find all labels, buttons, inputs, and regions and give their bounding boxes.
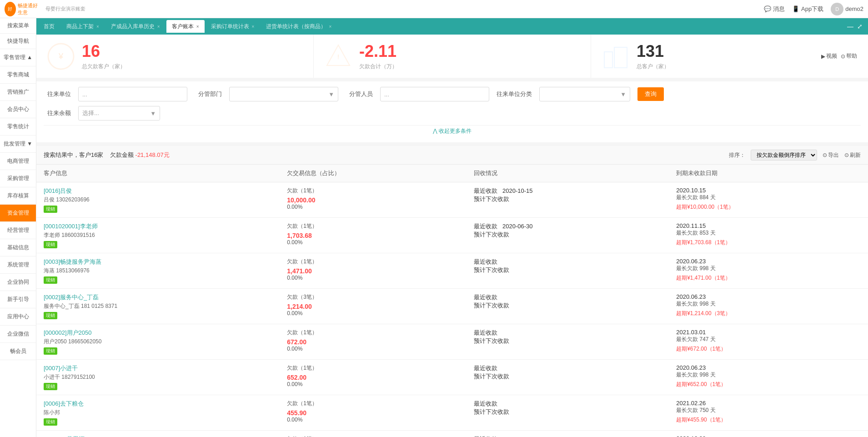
sidebar-item-retail-mgmt[interactable]: 零售管理 ▲ [0, 49, 36, 66]
tab-purchase-single[interactable]: 进货单统计表（按商品） × [261, 20, 337, 33]
sidebar-item-retail-mall[interactable]: 零售商城 [0, 66, 36, 84]
sidebar-quick-nav[interactable]: 快捷导航 [0, 34, 36, 49]
customer-name-2[interactable]: [0003]畅捷服务尹海蒸 [44, 258, 272, 266]
from-unit-input[interactable]: ... [78, 87, 187, 101]
svg-rect-5 [614, 47, 627, 68]
last-payment-1: 最近收款 2020-06-30 [474, 222, 662, 231]
debt-customers-value: 16 [82, 42, 125, 61]
customer-cell-0: [0016]吕俊 吕俊 13026203696 现销 [36, 182, 280, 218]
customer-name-5[interactable]: [0007]小进干 [44, 364, 272, 372]
close-tab-purchase-single[interactable]: × [329, 24, 331, 29]
video-link[interactable]: ▶ 视频 [821, 52, 837, 60]
max-days-2: 最长欠款 998 天 [676, 265, 861, 272]
due-date-4: 2021.03.01 [676, 329, 861, 336]
table-row: [0006]去下粮仓 陈小邦 现销 欠款（1笔） 455.90 0.00% 最近… [36, 395, 868, 431]
overdue-link-6[interactable]: 超期¥455.90（1笔） [676, 416, 861, 424]
customer-name-1[interactable]: [0001020001]李老师 [44, 222, 272, 231]
video-icon: ▶ [821, 53, 825, 60]
table-row: [0003]畅捷服务尹海蒸 海蒸 18513066976 现销 欠款（1笔） 1… [36, 253, 868, 289]
sidebar-item-system[interactable]: 系统管理 [0, 256, 36, 274]
last-payment-7: 最近收款 [474, 435, 662, 437]
close-tab-customer-account[interactable]: × [196, 24, 199, 29]
sidebar-item-enterprise[interactable]: 企业协同 [0, 274, 36, 291]
sidebar-item-purchase[interactable]: 采购管理 [0, 170, 36, 187]
recovery-cell-7: 最近收款 预计下次收款 [467, 431, 669, 437]
recovery-cell-0: 最近收款 2020-10-15 预计下次收款 [467, 182, 669, 218]
balance-select[interactable]: 选择... ▼ [78, 106, 160, 121]
recovery-cell-2: 最近收款 预计下次收款 [467, 253, 669, 289]
dept-select[interactable]: ▼ [229, 87, 338, 101]
user-profile[interactable]: D demo2 [831, 3, 863, 15]
due-date-cell-2: 2020.06.23 最长欠款 998 天 超期¥1,471.00（1笔） [669, 253, 868, 289]
sidebar-item-wholesale[interactable]: 批发管理 ▼ [0, 136, 36, 153]
stat-card-total-customers: 131 总客户（家） ▶ 视频 ⊙ 帮助 [591, 35, 868, 78]
tab-product-history[interactable]: 产成品入库单历史 × [105, 20, 166, 33]
debt-count-5: 欠款（1笔） [287, 364, 459, 372]
debt-count-0: 欠款（1笔） [287, 187, 459, 195]
debt-count-2: 欠款（1笔） [287, 258, 459, 266]
close-tab-product-history[interactable]: × [157, 24, 160, 29]
max-days-6: 最长欠款 750 天 [676, 407, 861, 414]
tab-purchase-stats[interactable]: 采购订单统计表 × [206, 20, 260, 33]
due-date-cell-1: 2020.11.15 最长欠款 853 天 超期¥1,703.68（1笔） [669, 218, 868, 253]
sidebar-item-newbie[interactable]: 新手引导 [0, 291, 36, 308]
sidebar-item-enterprise-wx[interactable]: 企业微信 [0, 326, 36, 343]
app-download-button[interactable]: 📱 App下载 [792, 5, 823, 13]
sidebar-item-inventory[interactable]: 库存核算 [0, 187, 36, 205]
debt-pct-6: 0.00% [287, 417, 459, 423]
customer-contact-3: 服务中心_丁磊 181 0125 8371 [44, 302, 272, 310]
customer-cell-2: [0003]畅捷服务尹海蒸 海蒸 18513066976 现销 [36, 253, 280, 289]
next-payment-1: 预计下次收款 [474, 231, 662, 239]
collapse-button[interactable]: ⋀ 收起更多条件 [44, 125, 861, 137]
customer-name-4[interactable]: [000002]用户2050 [44, 329, 272, 337]
overdue-link-0[interactable]: 超期¥10,000.00（1笔） [676, 203, 861, 211]
help-link[interactable]: ⊙ 帮助 [841, 52, 857, 60]
customer-name-0[interactable]: [0016]吕俊 [44, 187, 272, 195]
export-button[interactable]: ⊙ 导出 [823, 151, 839, 159]
sidebar-item-business[interactable]: 经营管理 [0, 222, 36, 239]
overdue-link-5[interactable]: 超期¥652.00（1笔） [676, 381, 861, 388]
maximize-window-icon[interactable]: ⤢ [857, 23, 863, 30]
sort-select[interactable]: 按欠款金额倒序排序 [751, 150, 817, 161]
tab-customer-account[interactable]: 客户账本 × [166, 20, 205, 33]
person-input[interactable]: ... [380, 87, 489, 101]
sidebar-item-member[interactable]: 会员中心 [0, 101, 36, 118]
sidebar-item-capital[interactable]: 资金管理 [0, 205, 36, 222]
from-unit-label: 往来单位 [44, 90, 71, 98]
sidebar-item-basic-info[interactable]: 基础信息 [0, 239, 36, 256]
recovery-cell-1: 最近收款 2020-06-30 预计下次收款 [467, 218, 669, 253]
sidebar-item-app-center[interactable]: 应用中心 [0, 308, 36, 326]
overdue-link-1[interactable]: 超期¥1,703.68（1笔） [676, 239, 861, 246]
debt-cell-7: 欠款（1笔） 429.00 0.00% [280, 431, 467, 437]
sidebar-item-retail-stats[interactable]: 零售统计 [0, 118, 36, 136]
sidebar-item-marketing[interactable]: 营销推广 [0, 84, 36, 101]
minimize-window-icon[interactable]: — [847, 23, 853, 30]
debt-amount-value: -2.11 [359, 42, 397, 61]
app-subtitle: 母婴行业演示账套 [45, 5, 764, 12]
overdue-link-3[interactable]: 超期¥1,214.00（3笔） [676, 310, 861, 317]
search-button[interactable]: 查询 [637, 87, 664, 101]
svg-text:¥: ¥ [58, 52, 64, 61]
debt-cell-2: 欠款（1笔） 1,471.00 0.00% [280, 253, 467, 289]
debt-amount-0: 10,000.00 [287, 196, 459, 204]
close-tab-purchase-stats[interactable]: × [252, 24, 255, 29]
customer-name-6[interactable]: [0006]去下粮仓 [44, 400, 272, 408]
refresh-button[interactable]: ⊙ 刷新 [844, 151, 861, 159]
overdue-link-4[interactable]: 超期¥672.00（1笔） [676, 345, 861, 353]
tab-product-online[interactable]: 商品上下架 × [61, 20, 105, 33]
unit-category-select[interactable]: ▼ [539, 87, 630, 101]
customer-cell-5: [0007]小进干 小进干 18279152100 现销 [36, 360, 280, 395]
customer-name-7[interactable]: [000001]黄思源 [44, 435, 272, 437]
sidebar-search[interactable]: 搜索菜单 [0, 18, 36, 34]
filter-area: 往来单位 ... 分管部门 ▼ 分管人员 ... 往来单位分类 [36, 81, 868, 142]
debt-amount-1: 1,703.68 [287, 232, 459, 239]
sort-label: 排序： [729, 151, 745, 159]
close-tab-product-online[interactable]: × [96, 24, 99, 29]
tab-home[interactable]: 首页 [38, 20, 60, 33]
overdue-link-2[interactable]: 超期¥1,471.00（1笔） [676, 274, 861, 282]
messages-button[interactable]: 💬 消息 [764, 5, 785, 13]
sidebar-item-ecommerce[interactable]: 电商管理 [0, 153, 36, 170]
results-actions: 排序： 按欠款金额倒序排序 ⊙ 导出 ⊙ 刷新 [729, 150, 861, 161]
sidebar-item-vip-member[interactable]: 畅会员 [0, 343, 36, 360]
customer-name-3[interactable]: [0002]服务中心_丁磊 [44, 293, 272, 301]
